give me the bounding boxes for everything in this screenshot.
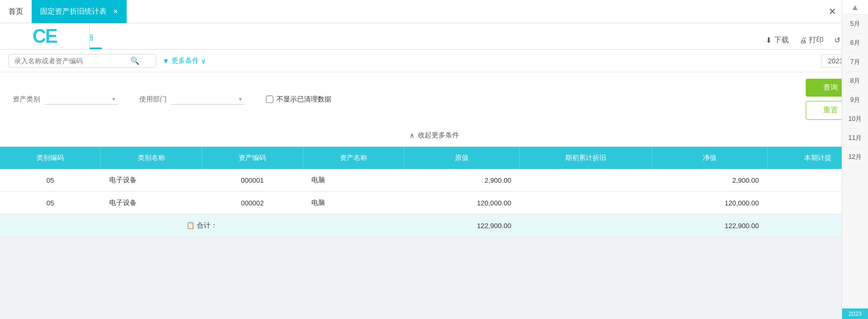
tab-label: 固定资产折旧统计表: [40, 7, 107, 16]
total-initial-accumulated: [520, 214, 652, 237]
cell-category-code: 05: [0, 169, 101, 192]
month-nav-item[interactable]: 11月: [848, 129, 862, 148]
search-icon: 🔍: [130, 57, 139, 65]
col-header-initial-accumulated: 期初累计折旧: [520, 147, 652, 169]
collapse-icon: ∧: [409, 132, 415, 139]
col-header-category-name: 类别名称: [101, 147, 202, 169]
cell-original-value: 120,000.00: [404, 192, 520, 214]
col-header-net-value: 净值: [652, 147, 767, 169]
month-nav-up-btn[interactable]: ▲: [842, 0, 868, 15]
col-header-asset-name: 资产名称: [303, 147, 404, 169]
collapse-conditions-btn[interactable]: ∧ 收起更多条件: [13, 126, 855, 146]
month-nav-item[interactable]: 6月: [848, 34, 862, 53]
sub-tabs-bar: ⊞ 汇总 📋 明细 ⬇ 下载 🖨 打印 ↺ 刷新: [0, 23, 868, 50]
cell-initial-accumulated: [520, 169, 652, 192]
department-select[interactable]: [171, 94, 245, 105]
asset-category-filter: 资产类别: [13, 94, 118, 105]
month-nav-item[interactable]: 12月: [848, 148, 862, 167]
logo-area: CE: [0, 23, 90, 50]
print-btn[interactable]: 🖨 打印: [799, 35, 824, 45]
filter-bar: 🔍 ▼ 更多条件 ∨ 2023.01: [0, 50, 868, 72]
no-cleared-checkbox-label[interactable]: 不显示已清理数据: [266, 95, 331, 104]
cell-initial-accumulated: [520, 192, 652, 214]
month-nav: ▲ 5月6月7月8月9月10月11月12月 2023: [842, 0, 868, 319]
cell-asset-code: 000002: [202, 192, 303, 214]
department-filter: 使用部门: [139, 94, 245, 105]
cell-asset-name: 电脑: [303, 192, 404, 214]
cell-net-value: 2,900.00: [652, 169, 767, 192]
cell-original-value: 2,900.00: [404, 169, 520, 192]
table-container: 类别编码 类别名称 资产编码 资产名称 原值 期初累计折旧 净值 本期计提 05…: [0, 147, 868, 237]
no-cleared-checkbox[interactable]: [266, 96, 273, 103]
col-header-category-code: 类别编码: [0, 147, 101, 169]
table-row: 05 电子设备 000001 电脑 2,900.00 2,900.00: [0, 169, 868, 192]
col-header-asset-code: 资产编码: [202, 147, 303, 169]
more-conditions-btn[interactable]: ▼ 更多条件 ∨: [163, 56, 206, 65]
total-original-value: 122,900.00: [404, 214, 520, 237]
month-nav-item[interactable]: 7月: [848, 53, 862, 72]
asset-category-label: 资产类别: [13, 95, 40, 104]
cell-net-value: 120,000.00: [652, 192, 767, 214]
total-icon: 📋: [186, 221, 195, 229]
total-net-value: 122,900.00: [652, 214, 767, 237]
window-close-icon[interactable]: ✕: [828, 6, 836, 17]
cell-asset-code: 000001: [202, 169, 303, 192]
active-tab[interactable]: 固定资产折旧统计表 ✕: [32, 0, 127, 23]
top-nav: 首页 固定资产折旧统计表 ✕ ✕: [0, 0, 868, 23]
data-table: 类别编码 类别名称 资产编码 资产名称 原值 期初累计折旧 净值 本期计提 05…: [0, 147, 868, 237]
table-header-row: 类别编码 类别名称 资产编码 资产名称 原值 期初累计折旧 净值 本期计提: [0, 147, 868, 169]
print-icon: 🖨: [799, 36, 807, 44]
chevron-down-icon: ∨: [201, 57, 206, 65]
total-row: 📋合计： 122,900.00 122,900.00: [0, 214, 868, 237]
total-label-cell: 📋合计：: [0, 214, 404, 237]
year-label: 2023: [842, 308, 868, 319]
asset-category-select[interactable]: [44, 94, 118, 105]
advanced-filter: 资产类别 使用部门 不显示已清理数据: [0, 72, 868, 147]
home-tab[interactable]: 首页: [8, 7, 32, 16]
no-cleared-label: 不显示已清理数据: [276, 95, 331, 104]
cell-category-name: 电子设备: [101, 192, 202, 214]
col-header-original-value: 原值: [404, 147, 520, 169]
cell-asset-name: 电脑: [303, 169, 404, 192]
month-nav-item[interactable]: 10月: [848, 110, 862, 129]
refresh-icon: ↺: [834, 36, 841, 44]
tab-close-icon[interactable]: ✕: [113, 8, 118, 15]
adv-filter-row: 资产类别 使用部门 不显示已清理数据: [13, 79, 855, 120]
cell-category-code: 05: [0, 192, 101, 214]
cell-category-name: 电子设备: [101, 169, 202, 192]
month-nav-item[interactable]: 5月: [848, 15, 862, 34]
search-input-wrapper: 🔍: [8, 54, 156, 68]
search-input[interactable]: [14, 57, 130, 65]
month-nav-item[interactable]: 8月: [848, 72, 862, 91]
table-row: 05 电子设备 000002 电脑 120,000.00 120,000.00: [0, 192, 868, 214]
department-label: 使用部门: [139, 95, 167, 104]
download-icon: ⬇: [766, 36, 772, 44]
asset-category-select-wrapper: [44, 94, 118, 105]
logo-text: CE: [32, 25, 56, 48]
month-nav-item[interactable]: 9月: [848, 91, 862, 110]
download-btn[interactable]: ⬇ 下载: [766, 35, 789, 45]
department-select-wrapper: [171, 94, 245, 105]
filter-icon: ▼: [163, 57, 169, 65]
